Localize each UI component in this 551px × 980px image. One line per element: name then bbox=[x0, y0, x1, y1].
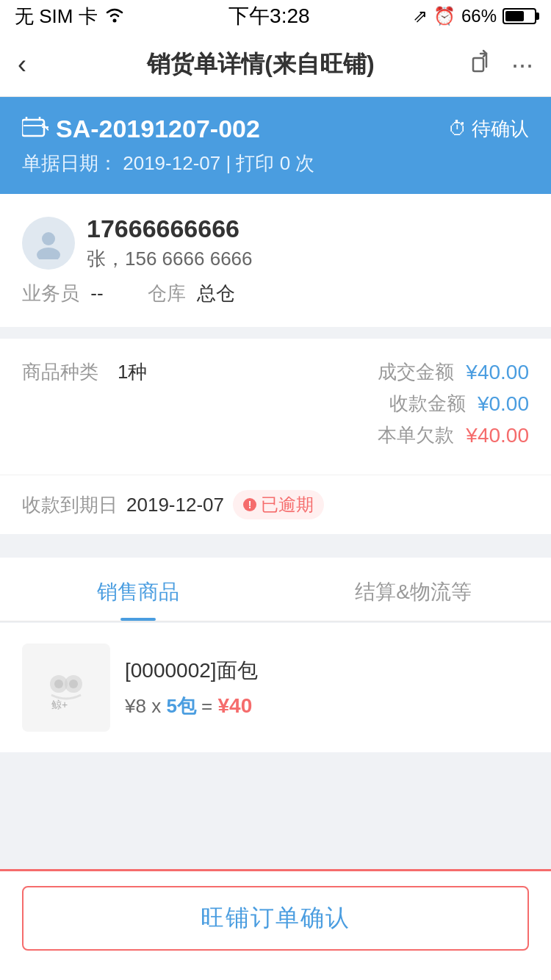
summary-section: 商品种类 1种 成交金额 ¥40.00 收款金额 ¥0.00 本单欠款 ¥40.… bbox=[0, 339, 551, 475]
page-title: 销货单详情(来自旺铺) bbox=[62, 48, 460, 81]
nav-bar: ‹ 销货单详情(来自旺铺) ··· bbox=[0, 32, 551, 97]
product-price: ¥8 bbox=[125, 695, 146, 717]
overdue-text: 已逾期 bbox=[261, 493, 314, 516]
amount-value: ¥40.00 bbox=[466, 361, 529, 384]
sales-meta: 业务员 -- bbox=[22, 281, 104, 306]
avatar bbox=[22, 217, 75, 270]
overdue-badge: ! 已逾期 bbox=[233, 490, 324, 519]
summary-right: 成交金额 ¥40.00 收款金额 ¥0.00 本单欠款 ¥40.00 bbox=[378, 359, 529, 454]
product-item: 鲸+ [0000002]面包 ¥8 x 5包 = ¥40 bbox=[0, 623, 551, 752]
order-banner-top: SA-20191207-002 ⏱ 待确认 bbox=[22, 115, 529, 143]
product-equal: = bbox=[201, 695, 217, 717]
wifi-icon bbox=[104, 5, 126, 28]
customer-sub-info: 张，156 6666 6666 bbox=[87, 246, 253, 272]
summary-left: 商品种类 1种 bbox=[22, 359, 147, 385]
tab-products-label: 销售商品 bbox=[97, 580, 179, 603]
product-info: [0000002]面包 ¥8 x 5包 = ¥40 bbox=[125, 657, 529, 719]
battery-percent: 66% bbox=[461, 6, 497, 26]
svg-point-0 bbox=[112, 18, 116, 22]
print-label: | 打印 0 次 bbox=[226, 152, 314, 174]
tab-settlement[interactable]: 结算&物流等 bbox=[276, 558, 551, 621]
product-name: [0000002]面包 bbox=[125, 657, 529, 685]
more-icon[interactable]: ··· bbox=[511, 49, 533, 80]
due-value: 2019-12-07 bbox=[126, 494, 224, 516]
product-quantity: 5包 bbox=[166, 695, 195, 717]
sales-value: -- bbox=[90, 282, 103, 304]
date-label: 单据日期： bbox=[22, 152, 118, 174]
location-icon: ⇗ bbox=[413, 6, 428, 26]
due-date-section: 收款到期日 2019-12-07 ! 已逾期 bbox=[0, 475, 551, 534]
status-bar-time: 下午3:28 bbox=[228, 2, 310, 30]
sales-label: 业务员 bbox=[22, 282, 79, 304]
divider-1 bbox=[0, 327, 551, 339]
svg-text:鲸+: 鲸+ bbox=[51, 699, 68, 710]
carrier-text: 无 SIM 卡 bbox=[15, 4, 98, 29]
svg-point-4 bbox=[37, 248, 60, 259]
customer-meta: 业务员 -- 仓库 总仓 bbox=[22, 281, 529, 306]
status-text: 待确认 bbox=[472, 116, 529, 142]
order-icon bbox=[22, 115, 48, 143]
status-bar: 无 SIM 卡 下午3:28 ⇗ ⏰ 66% bbox=[0, 0, 551, 32]
svg-rect-2 bbox=[22, 120, 44, 136]
received-label: 收款金额 bbox=[389, 391, 466, 417]
tab-products[interactable]: 销售商品 bbox=[0, 558, 276, 621]
due-label: 收款到期日 bbox=[22, 492, 118, 518]
svg-point-3 bbox=[42, 232, 55, 245]
svg-point-7 bbox=[54, 680, 63, 688]
date-value: 2019-12-07 bbox=[123, 152, 220, 174]
back-button[interactable]: ‹ bbox=[18, 49, 62, 80]
customer-row: 17666666666 张，156 6666 6666 bbox=[22, 215, 529, 272]
share-icon[interactable] bbox=[470, 48, 497, 81]
tab-settlement-label: 结算&物流等 bbox=[355, 580, 472, 603]
confirm-order-button[interactable]: 旺铺订单确认 bbox=[22, 886, 529, 951]
received-value: ¥0.00 bbox=[478, 392, 529, 416]
product-price-row: ¥8 x 5包 = ¥40 bbox=[125, 693, 529, 719]
svg-rect-1 bbox=[473, 58, 483, 71]
owing-label: 本单欠款 bbox=[378, 422, 454, 448]
owing-value: ¥40.00 bbox=[466, 424, 529, 447]
divider-2 bbox=[0, 534, 551, 546]
order-banner: SA-20191207-002 ⏱ 待确认 单据日期： 2019-12-07 |… bbox=[0, 97, 551, 194]
battery-icon bbox=[503, 8, 536, 24]
product-total: ¥40 bbox=[218, 694, 253, 717]
received-row: 收款金额 ¥0.00 bbox=[378, 391, 529, 417]
product-type-value: 1种 bbox=[118, 359, 147, 385]
amount-row: 成交金额 ¥40.00 bbox=[378, 359, 529, 385]
customer-phone: 17666666666 bbox=[87, 215, 253, 243]
product-thumbnail: 鲸+ bbox=[22, 644, 110, 732]
nav-actions: ··· bbox=[460, 48, 533, 81]
customer-info: 17666666666 张，156 6666 6666 bbox=[87, 215, 253, 272]
product-multiply: x bbox=[151, 695, 166, 717]
warehouse-value: 总仓 bbox=[197, 282, 235, 304]
order-id-text: SA-20191207-002 bbox=[56, 115, 260, 143]
status-clock-icon: ⏱ bbox=[448, 118, 467, 140]
warehouse-label: 仓库 bbox=[148, 282, 186, 304]
product-type-label: 商品种类 bbox=[22, 359, 98, 385]
order-date-line: 单据日期： 2019-12-07 | 打印 0 次 bbox=[22, 151, 529, 176]
bottom-bar: 旺铺订单确认 bbox=[0, 869, 551, 980]
alarm-icon: ⏰ bbox=[433, 6, 455, 26]
status-bar-right: ⇗ ⏰ 66% bbox=[413, 6, 536, 26]
warehouse-meta: 仓库 总仓 bbox=[148, 281, 235, 306]
product-section: 鲸+ [0000002]面包 ¥8 x 5包 = ¥40 bbox=[0, 623, 551, 752]
overdue-icon: ! bbox=[243, 498, 256, 511]
order-id: SA-20191207-002 bbox=[22, 115, 260, 143]
svg-point-8 bbox=[69, 680, 78, 688]
status-bar-left: 无 SIM 卡 bbox=[15, 4, 126, 29]
tab-bar: 销售商品 结算&物流等 bbox=[0, 558, 551, 621]
battery-fill bbox=[505, 11, 524, 21]
owing-row: 本单欠款 ¥40.00 bbox=[378, 422, 529, 448]
amount-label: 成交金额 bbox=[378, 359, 454, 385]
order-status: ⏱ 待确认 bbox=[448, 116, 529, 142]
customer-section: 17666666666 张，156 6666 6666 业务员 -- 仓库 总仓 bbox=[0, 194, 551, 327]
